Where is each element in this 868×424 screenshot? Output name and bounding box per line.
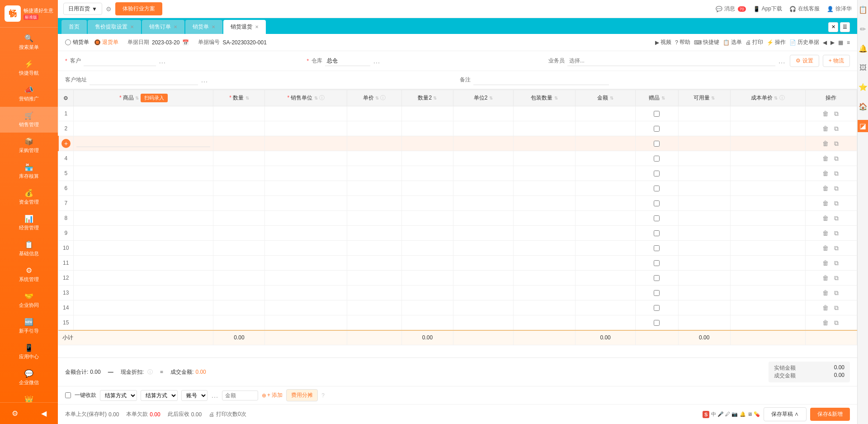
- qty2-cell-15[interactable]: [401, 315, 453, 331]
- gift-check-12[interactable]: [654, 275, 660, 281]
- unit-cell-15[interactable]: [265, 315, 347, 331]
- amount-cell-9[interactable]: [576, 226, 636, 241]
- pkg-cell-2[interactable]: [513, 121, 575, 136]
- avail-cell-4[interactable]: [678, 151, 730, 166]
- gift-check-10[interactable]: [654, 245, 660, 251]
- price-cell-5[interactable]: [347, 166, 402, 181]
- cost-cell-1[interactable]: [730, 106, 805, 121]
- gift-cell-1[interactable]: [636, 106, 679, 121]
- toolbar-operation[interactable]: ⚡ 操作: [767, 38, 786, 46]
- qty2-cell-8[interactable]: [401, 211, 453, 226]
- avail-cell-9[interactable]: [678, 226, 730, 241]
- online-service-btn[interactable]: 🎧 在线客服: [789, 5, 820, 13]
- avail-cell-10[interactable]: [678, 241, 730, 256]
- customer-more-btn[interactable]: …: [159, 57, 166, 65]
- price-cell-7[interactable]: [347, 196, 402, 211]
- qty-cell-1[interactable]: [213, 106, 265, 121]
- unit-cell-2[interactable]: [265, 121, 347, 136]
- avail-cell-13[interactable]: [678, 286, 730, 300]
- qty-cell-2[interactable]: [213, 121, 265, 136]
- gift-check-5[interactable]: [654, 171, 660, 176]
- gift-cell-11[interactable]: [636, 256, 679, 271]
- delete-btn-3[interactable]: 🗑: [821, 139, 830, 148]
- qty-cell-3[interactable]: [213, 136, 265, 151]
- gift-cell-8[interactable]: [636, 211, 679, 226]
- gift-check-3[interactable]: [654, 141, 660, 147]
- unit2-cell-15[interactable]: [453, 315, 513, 331]
- copy-btn-6[interactable]: ⧉: [832, 184, 841, 193]
- pkg-cell-6[interactable]: [513, 181, 575, 196]
- gift-check-7[interactable]: [654, 200, 660, 206]
- unit2-cell-14[interactable]: [453, 300, 513, 315]
- unit-cell-13[interactable]: [265, 286, 347, 300]
- product-cell-4[interactable]: [74, 151, 213, 166]
- sidebar-item-7[interactable]: 📊经营管理: [0, 210, 58, 236]
- gift-check-11[interactable]: [654, 260, 660, 266]
- cost-cell-4[interactable]: [730, 151, 805, 166]
- address-input[interactable]: [90, 75, 198, 85]
- delete-btn-5[interactable]: 🗑: [821, 169, 830, 178]
- amount-cell-7[interactable]: [576, 196, 636, 211]
- sidebar-item-1[interactable]: ⚡快捷导航: [0, 55, 58, 81]
- unit-cell-6[interactable]: [265, 181, 347, 196]
- gift-cell-9[interactable]: [636, 226, 679, 241]
- price-cell-15[interactable]: [347, 315, 402, 331]
- unit2-cell-3[interactable]: [453, 136, 513, 151]
- sidebar-item-3[interactable]: 🛒销售管理: [0, 107, 58, 133]
- tab-sales-return[interactable]: 销货退货 ✕: [223, 20, 266, 34]
- delete-btn-9[interactable]: 🗑: [821, 229, 830, 238]
- radio-return[interactable]: 退货单: [94, 38, 118, 46]
- avail-cell-3[interactable]: [678, 136, 730, 151]
- warehouse-more-btn[interactable]: …: [373, 57, 380, 65]
- remark-input[interactable]: [473, 75, 609, 85]
- app-download-btn[interactable]: 📱 App下载: [753, 5, 782, 13]
- gift-check-15[interactable]: [654, 320, 660, 326]
- qty-cell-12[interactable]: [213, 271, 265, 286]
- product-cell-10[interactable]: [74, 241, 213, 256]
- salesman-input[interactable]: [567, 56, 775, 66]
- price-cell-12[interactable]: [347, 271, 402, 286]
- amount-cell-13[interactable]: [576, 286, 636, 300]
- qty2-cell-10[interactable]: [401, 241, 453, 256]
- settings-btn[interactable]: ⚙ 设置: [790, 55, 819, 67]
- gift-cell-3[interactable]: [636, 136, 679, 151]
- radio-sales[interactable]: 销货单: [65, 38, 89, 46]
- tab-sales-return-close[interactable]: ✕: [255, 24, 259, 29]
- payment-amount-input[interactable]: [222, 391, 258, 400]
- amount-cell-10[interactable]: [576, 241, 636, 256]
- copy-btn-2[interactable]: ⧉: [832, 124, 841, 133]
- delete-btn-12[interactable]: 🗑: [821, 273, 830, 282]
- delete-btn-11[interactable]: 🗑: [821, 258, 830, 267]
- sidebar-item-11[interactable]: 🆕新手引导: [0, 313, 58, 339]
- avail-cell-11[interactable]: [678, 256, 730, 271]
- toolbar-shortcut[interactable]: ⌨ 快捷键: [694, 38, 719, 46]
- experience-btn[interactable]: 体验行业方案: [115, 2, 162, 15]
- price-cell-3[interactable]: [347, 136, 402, 151]
- sidebar-item-9[interactable]: ⚙系统管理: [0, 262, 58, 287]
- copy-btn-3[interactable]: ⧉: [832, 139, 841, 148]
- product-cell-12[interactable]: [74, 271, 213, 286]
- unit-cell-3[interactable]: [265, 136, 347, 151]
- th-gear[interactable]: ⚙: [58, 90, 74, 106]
- qty2-cell-13[interactable]: [401, 286, 453, 300]
- product-cell-8[interactable]: [74, 211, 213, 226]
- sidebar-item-13[interactable]: 💬企业微信: [0, 365, 58, 391]
- qty2-cell-3[interactable]: [401, 136, 453, 151]
- amount-cell-4[interactable]: [576, 151, 636, 166]
- cost-cell-15[interactable]: [730, 315, 805, 331]
- sidebar-item-0[interactable]: 🔍搜索菜单: [0, 29, 58, 55]
- unit2-cell-10[interactable]: [453, 241, 513, 256]
- cost-cell-14[interactable]: [730, 300, 805, 315]
- price-cell-14[interactable]: [347, 300, 402, 315]
- unit2-cell-2[interactable]: [453, 121, 513, 136]
- product-cell-13[interactable]: [74, 286, 213, 300]
- user-avatar[interactable]: 👤 徐泽华: [827, 5, 852, 13]
- cost-cell-11[interactable]: [730, 256, 805, 271]
- qty-cell-13[interactable]: [213, 286, 265, 300]
- sidebar-item-12[interactable]: 📱应用中心: [0, 339, 58, 365]
- save-draft-btn[interactable]: 保存草稿 ∧: [764, 407, 807, 421]
- unit2-cell-13[interactable]: [453, 286, 513, 300]
- qty2-cell-7[interactable]: [401, 196, 453, 211]
- price-cell-9[interactable]: [347, 226, 402, 241]
- unit2-cell-9[interactable]: [453, 226, 513, 241]
